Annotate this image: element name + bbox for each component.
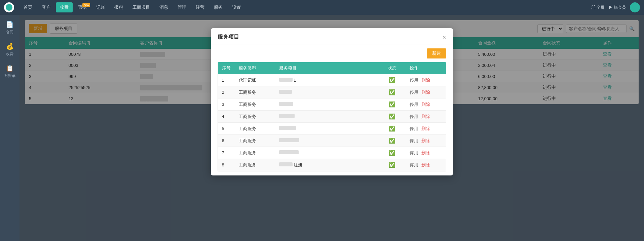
- delete-button[interactable]: 删除: [421, 162, 430, 167]
- status-check-icon: ✅: [389, 89, 395, 95]
- modal-cell-status: ✅: [379, 74, 406, 86]
- reconcile-icon: 📋: [6, 65, 13, 72]
- nav-bookkeeping[interactable]: 记账: [92, 2, 109, 12]
- status-check-icon: ✅: [389, 162, 395, 168]
- modal-col-item: 服务项目: [275, 62, 379, 74]
- new-badge: new: [82, 3, 90, 7]
- modal-cell-action: 停用 删除: [406, 74, 446, 86]
- main-layout: 📄 合同 💰 收费 📋 对账单 新增 服务项目 进行中: [0, 15, 644, 241]
- modal-cell-item: [275, 111, 379, 123]
- modal-table-row: 4 工商服务 ✅ 停用 删除: [218, 111, 446, 123]
- logo-icon: [6, 4, 12, 11]
- sidebar: 📄 合同 💰 收费 📋 对账单: [0, 15, 20, 241]
- nav-home[interactable]: 首页: [20, 2, 36, 12]
- modal-cell-seq: 3: [218, 98, 235, 111]
- modal-cell-status: ✅: [379, 135, 406, 147]
- modal-table-row: 5 工商服务 ✅ 停用 删除: [218, 123, 446, 135]
- modal-cell-item: [275, 147, 379, 159]
- stop-button[interactable]: 停用: [410, 102, 418, 107]
- nav-invoice[interactable]: 票据new: [74, 2, 91, 12]
- modal-cell-item: 1: [275, 74, 379, 86]
- stop-button[interactable]: 停用: [410, 162, 418, 167]
- sidebar-item-contract[interactable]: 📄 合同: [0, 17, 20, 38]
- modal-cell-status: ✅: [379, 111, 406, 123]
- modal-cell-action: 停用 删除: [406, 147, 446, 159]
- modal-cell-action: 停用 删除: [406, 98, 446, 111]
- nav-business[interactable]: 经营: [192, 2, 209, 12]
- nav-right-actions: ⛶ 全屏 ▶ 畅会员: [591, 2, 640, 12]
- stop-button[interactable]: 停用: [410, 114, 418, 119]
- service-items-modal: 服务项目 × 新建 序号 服务类型 服务项目: [211, 28, 453, 175]
- delete-button[interactable]: 删除: [421, 102, 430, 107]
- modal-col-status: 状态: [379, 62, 406, 74]
- modal-cell-type: 工商服务: [235, 135, 275, 147]
- status-check-icon: ✅: [389, 138, 395, 144]
- user-avatar[interactable]: [630, 2, 640, 12]
- modal-table-wrapper[interactable]: 序号 服务类型 服务项目 状态 操作 1 代理记账 1 ✅: [218, 62, 446, 171]
- modal-cell-seq: 8: [218, 159, 235, 171]
- modal-cell-type: 工商服务: [235, 98, 275, 111]
- modal-cell-seq: 5: [218, 123, 235, 135]
- contract-icon: 📄: [6, 21, 13, 28]
- modal-cell-status: ✅: [379, 86, 406, 98]
- sidebar-item-reconcile[interactable]: 📋 对账单: [0, 61, 20, 82]
- nav-customer[interactable]: 客户: [38, 2, 54, 12]
- nav-settings[interactable]: 设置: [228, 2, 245, 12]
- sidebar-label-reconcile: 对账单: [4, 73, 15, 78]
- delete-button[interactable]: 删除: [421, 126, 430, 131]
- sidebar-label-fee: 收费: [6, 51, 13, 56]
- modal-cell-seq: 6: [218, 135, 235, 147]
- modal-cell-seq: 1: [218, 74, 235, 86]
- delete-button[interactable]: 删除: [421, 78, 430, 83]
- modal-new-button[interactable]: 新建: [427, 48, 446, 58]
- modal-cell-action: 停用 删除: [406, 86, 446, 98]
- member-button[interactable]: ▶ 畅会员: [609, 5, 626, 10]
- modal-cell-seq: 7: [218, 147, 235, 159]
- modal-cell-status: ✅: [379, 159, 406, 171]
- modal-body: 新建 序号 服务类型 服务项目 状态 操作: [211, 44, 453, 175]
- delete-button[interactable]: 删除: [421, 150, 430, 155]
- modal-cell-item: [275, 135, 379, 147]
- modal-cell-type: 代理记账: [235, 74, 275, 86]
- modal-cell-type: 工商服务: [235, 86, 275, 98]
- stop-button[interactable]: 停用: [410, 150, 418, 155]
- status-check-icon: ✅: [389, 114, 395, 119]
- nav-fee[interactable]: 收费: [56, 2, 73, 12]
- modal-table-row: 1 代理记账 1 ✅ 停用 删除: [218, 74, 446, 86]
- modal-table-row: 7 工商服务 ✅ 停用 删除: [218, 147, 446, 159]
- modal-cell-item: [275, 123, 379, 135]
- nav-items: 首页 客户 收费 票据new 记账 报税 工商项目 消息 管理 经营 服务 设置: [20, 2, 591, 12]
- fee-icon: 💰: [6, 43, 13, 50]
- modal-cell-item: 注册: [275, 159, 379, 171]
- modal-table-row: 2 工商服务 ✅ 停用 删除: [218, 86, 446, 98]
- modal-cell-seq: 2: [218, 86, 235, 98]
- modal-title: 服务项目: [218, 34, 239, 41]
- modal-col-seq: 序号: [218, 62, 235, 74]
- stop-button[interactable]: 停用: [410, 90, 418, 95]
- status-check-icon: ✅: [389, 126, 395, 131]
- sidebar-label-contract: 合同: [6, 30, 13, 35]
- modal-close-button[interactable]: ×: [443, 34, 446, 40]
- stop-button[interactable]: 停用: [410, 138, 418, 143]
- modal-cell-status: ✅: [379, 147, 406, 159]
- stop-button[interactable]: 停用: [410, 78, 418, 83]
- delete-button[interactable]: 删除: [421, 114, 430, 119]
- modal-overlay[interactable]: 服务项目 × 新建 序号 服务类型 服务项目: [20, 15, 644, 241]
- nav-manage[interactable]: 管理: [174, 2, 190, 12]
- stop-button[interactable]: 停用: [410, 126, 418, 131]
- nav-message[interactable]: 消息: [155, 2, 172, 12]
- nav-tax[interactable]: 报税: [110, 2, 127, 12]
- modal-table-row: 3 工商服务 ✅ 停用 删除: [218, 98, 446, 111]
- modal-cell-seq: 4: [218, 111, 235, 123]
- delete-button[interactable]: 删除: [421, 90, 430, 95]
- fullscreen-button[interactable]: ⛶ 全屏: [591, 5, 604, 10]
- sidebar-item-fee[interactable]: 💰 收费: [0, 39, 20, 60]
- status-check-icon: ✅: [389, 150, 395, 156]
- nav-industry[interactable]: 工商项目: [128, 2, 154, 12]
- nav-service[interactable]: 服务: [210, 2, 227, 12]
- modal-cell-status: ✅: [379, 123, 406, 135]
- modal-service-table: 序号 服务类型 服务项目 状态 操作 1 代理记账 1 ✅: [218, 62, 446, 171]
- modal-cell-action: 停用 删除: [406, 135, 446, 147]
- modal-cell-action: 停用 删除: [406, 159, 446, 171]
- delete-button[interactable]: 删除: [421, 138, 430, 143]
